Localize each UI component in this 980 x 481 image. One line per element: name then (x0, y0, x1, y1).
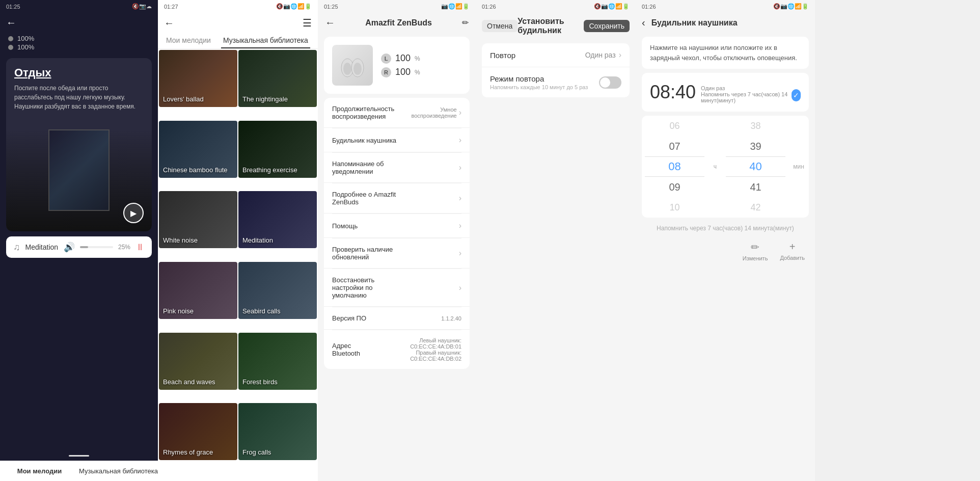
zenbuds-menu-item-4[interactable]: Помощь› (324, 214, 470, 238)
hour-10[interactable]: 10 (642, 197, 707, 218)
zenbuds-menu-item-5[interactable]: Проверить наличие обновлений› (324, 238, 470, 269)
hour-picker-col[interactable]: 06 07 08 09 10 (642, 116, 707, 218)
music-item-5[interactable]: Meditation (238, 191, 317, 248)
music-item-label-10: Rhymes of grace (159, 444, 237, 460)
panel-set-alarm: 01:26 🔇📷🌐📶🔋 Отмена Установить будильник … (476, 0, 636, 481)
cancel-button[interactable]: Отмена (482, 20, 518, 32)
music-item-8[interactable]: Beach and waves (159, 333, 237, 390)
tab-music-library[interactable]: Музыкальная библиотека (79, 461, 158, 481)
earphone-alarm-nav: ‹ Будильник наушника (636, 13, 815, 33)
zenbuds-menu-item-3[interactable]: Подробнее о Amazfit ZenBuds› (324, 183, 470, 213)
alarm-time-once: Один раз (701, 85, 792, 91)
tab-my-melodies[interactable]: Мои мелодии (0, 461, 79, 481)
time-picker[interactable]: 06 07 08 09 10 ч 38 39 40 41 42 мин (642, 116, 809, 218)
status-bar-2: 01:27 🔇📷🌐📶🔋 (158, 0, 318, 13)
menu-item-chevron-0: › (459, 108, 461, 117)
menu-item-chevron-1: › (459, 136, 461, 145)
menu-item-right-6: › (459, 283, 461, 292)
repeat-mode-toggle[interactable] (599, 76, 621, 89)
alarm-active-indicator[interactable]: ✓ (792, 89, 801, 101)
music-item-2[interactable]: Chinese bamboo flute (159, 121, 237, 178)
bottom-actions: ✏ Изменить + Добавить (636, 235, 815, 268)
save-button[interactable]: Сохранить (584, 20, 630, 32)
hour-08[interactable]: 08 (642, 156, 707, 177)
batt-left-letter: L (381, 54, 391, 64)
music-item-label-3: Breathing exercise (238, 162, 317, 178)
music-item-label-1: The nightingale (238, 91, 317, 107)
music-item-6[interactable]: Pink noise (159, 262, 237, 319)
menu-item-label-1: Будильник наушника (332, 137, 396, 144)
back-icon-2[interactable]: ← (164, 17, 174, 29)
music-item-0[interactable]: Lovers' ballad (159, 50, 237, 107)
back-icon-1[interactable]: ← (6, 17, 16, 29)
add-icon: + (790, 241, 796, 253)
zenbuds-menu-item-2[interactable]: Напоминание об уведомлении› (324, 153, 470, 183)
add-alarm-button[interactable]: + Добавить (780, 241, 805, 261)
music-item-11[interactable]: Frog calls (238, 403, 317, 460)
edit-alarm-button[interactable]: ✏ Изменить (743, 241, 768, 261)
tab-my-melodies-2[interactable]: Мои мелодии (164, 33, 213, 48)
reminder-text: Напомнить через 7 час(часов) 14 минута(м… (636, 222, 815, 235)
pause-button[interactable]: ⏸ (135, 242, 145, 253)
back-icon-5[interactable]: ‹ (642, 17, 645, 29)
status-time-3: 01:25 (324, 4, 338, 10)
music-item-3[interactable]: Breathing exercise (238, 121, 317, 178)
status-icons-5: 🔇📷🌐📶🔋 (773, 3, 809, 10)
menu-icon[interactable]: ☰ (303, 17, 312, 29)
status-icons-1: 🔇📷☁ (132, 3, 152, 10)
min-38[interactable]: 38 (723, 116, 788, 136)
hour-09[interactable]: 09 (642, 177, 707, 197)
alarm-repeat-section: Повтор Один раз › Режим повтора Напомнит… (482, 43, 630, 97)
nav-1: ← (0, 13, 158, 33)
min-40[interactable]: 40 (723, 156, 788, 177)
music-item-4[interactable]: White noise (159, 191, 237, 248)
hour-06[interactable]: 06 (642, 116, 707, 136)
menu-item-value-8: Левый наушник: C0:EC:CE:4A:DB:01 Правый … (375, 337, 461, 362)
min-39[interactable]: 39 (723, 136, 788, 156)
edit-icon: ✏ (751, 241, 759, 253)
edit-icon-3[interactable]: ✏ (462, 18, 469, 28)
menu-item-right-8: Левый наушник: C0:EC:CE:4A:DB:01 Правый … (375, 337, 461, 362)
tab-library-2[interactable]: Музыкальная библиотека (221, 33, 310, 48)
hero-window-image (48, 129, 110, 211)
alarm-info-box: Нажмите на наушники или положите их в за… (642, 37, 809, 69)
menu-item-right-0: Умное воспроизведение› (403, 106, 461, 119)
menu-item-right-5: › (459, 249, 461, 258)
status-bar-5: 01:26 🔇📷🌐📶🔋 (636, 0, 815, 13)
music-item-9[interactable]: Forest birds (238, 333, 317, 390)
menu-item-label-8: Адрес Bluetooth (332, 342, 375, 357)
edit-label: Изменить (743, 255, 768, 261)
play-button[interactable]: ▶ (123, 203, 144, 223)
min-41[interactable]: 41 (723, 177, 788, 197)
add-label: Добавить (780, 255, 805, 261)
menu-item-label-6: Восстановить настройки по умолчанию (332, 276, 403, 299)
music-item-10[interactable]: Rhymes of grace (159, 403, 237, 460)
music-item-label-9: Forest birds (238, 374, 317, 390)
menu-item-chevron-2: › (459, 163, 461, 172)
minute-picker-col[interactable]: 38 39 40 41 42 (723, 116, 788, 218)
nav-3: ← Amazfit ZenBuds ✏ (318, 13, 476, 33)
music-item-1[interactable]: The nightingale (238, 50, 317, 107)
panel-music-grid: 01:27 🔇📷🌐📶🔋 ← ☰ Мои мелодии Музыкальная … (158, 0, 318, 481)
svg-point-3 (353, 63, 362, 75)
now-playing-title: Meditation (25, 243, 59, 251)
hour-07[interactable]: 07 (642, 136, 707, 156)
menu-item-label-5: Проверить наличие обновлений (332, 246, 403, 261)
zenbuds-menu-item-6[interactable]: Восстановить настройки по умолчанию› (324, 269, 470, 307)
hero-description: Поспите после обеда или просто расслабьт… (14, 84, 144, 111)
zenbuds-title: Amazfit ZenBuds (365, 18, 432, 28)
progress-bar[interactable] (80, 246, 113, 248)
zenbuds-menu-item-0[interactable]: Продолжительность воспроизведенияУмное в… (324, 98, 470, 128)
music-item-7[interactable]: Seabird calls (238, 262, 317, 319)
back-icon-3[interactable]: ← (325, 17, 335, 29)
time-display-section: 08:40 Один раз Напомнить через 7 час(час… (642, 73, 809, 112)
repeat-row[interactable]: Повтор Один раз › (482, 43, 630, 67)
zenbuds-menu-item-8: Адрес BluetoothЛевый наушник: C0:EC:CE:4… (324, 330, 470, 369)
hero-title: Отдых (14, 66, 144, 79)
menu-item-label-7: Версия ПО (332, 314, 366, 322)
hour-unit-label: ч (707, 163, 723, 170)
battery-right: 100% (8, 43, 150, 51)
panel-zenbuds: 01:25 📷🌐📶🔋 ← Amazfit ZenBuds ✏ L 100 % R (318, 0, 476, 481)
min-42[interactable]: 42 (723, 197, 788, 218)
zenbuds-menu-item-1[interactable]: Будильник наушника› (324, 128, 470, 152)
